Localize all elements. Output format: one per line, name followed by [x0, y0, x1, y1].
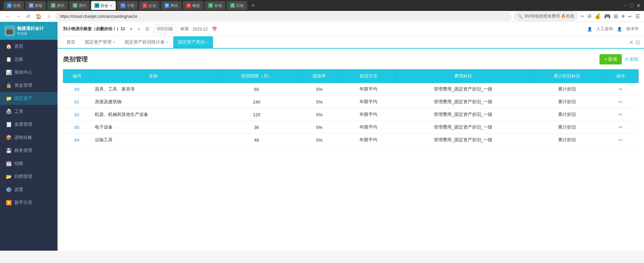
tab-icon-7: C: [142, 3, 147, 8]
logo-icon: 💼: [4, 25, 15, 36]
expand-icon[interactable]: ▼: [129, 27, 133, 32]
cell-residual-0: 5%: [297, 83, 341, 96]
cell-months-3: 36: [216, 121, 297, 134]
cell-method-2: 年限平均: [342, 108, 395, 121]
browser-tab-4[interactable]: 易 易代: [69, 1, 90, 10]
cell-accumulated-2: 累计折旧: [531, 108, 603, 121]
sidebar-label-payroll: 工资: [14, 108, 23, 115]
edit-button-4[interactable]: ✏: [619, 137, 623, 143]
forward-button[interactable]: →: [14, 13, 22, 20]
cell-method-3: 年限平均: [342, 121, 395, 134]
edit-button-2[interactable]: ✏: [619, 112, 623, 117]
tab-close-depreciation-table[interactable]: ×: [166, 40, 168, 44]
tab-close-fixed-assets-mgmt[interactable]: ×: [113, 40, 115, 44]
minimize-button[interactable]: －: [622, 2, 627, 9]
edit-button-0[interactable]: ✏: [619, 86, 623, 92]
home-icon: 🏠: [5, 44, 12, 49]
calendar-icon[interactable]: 📅: [212, 27, 217, 32]
sidebar-item-closing[interactable]: 🗓️ 结账: [0, 157, 58, 170]
col-action: 操作: [603, 70, 639, 83]
sidebar-item-payroll[interactable]: 🖨️ 工资: [0, 105, 58, 118]
address-input[interactable]: https://cloud.chanjet.com/accounting/uw1…: [55, 12, 511, 21]
cell-code-3[interactable]: 05: [63, 121, 91, 134]
col-code: 编号: [63, 70, 91, 83]
cell-code-2[interactable]: 02: [63, 108, 91, 121]
bookmark-button[interactable]: ☆: [46, 13, 53, 20]
tab-label-2: 新版: [35, 3, 42, 8]
settings-gear-icon[interactable]: ⚙: [145, 26, 150, 32]
sidebar-item-reports[interactable]: 📊 报表中心: [0, 66, 58, 79]
sidebar-item-guide[interactable]: ▶️ 新手引导: [0, 196, 58, 209]
sidebar-item-inventory[interactable]: 📦 进销台账: [0, 131, 58, 144]
maximize-button[interactable]: □: [630, 2, 633, 9]
browser-tab-5[interactable]: 好 好会 ✕: [91, 1, 116, 10]
sidebar-item-settings[interactable]: ⚙️ 设置: [0, 183, 58, 196]
browser-tab-3[interactable]: 易 易代: [47, 1, 68, 10]
browser-tab-6[interactable]: 个 个税: [117, 1, 138, 10]
browser-tabs-bar: 在 在线 新 新版 易 易代 易 易代 好 好会 ✕ 个 个税 C 企业 腾 腾…: [0, 0, 644, 11]
browser-tab-2[interactable]: 新 新版: [25, 1, 46, 10]
sidebar: 💼 畅捷通好会计 专业版 🏠 首页 📋 总账 📊 报表中心 🔒 资金管理 📁 固…: [0, 22, 58, 251]
search-bar[interactable]: 🔍 360智能抠图免费用 🔥热搜: [514, 12, 578, 21]
close-button[interactable]: ✕: [636, 2, 641, 9]
table-header-row: 编号 名称 使用期限（月） 残值率 折旧方法 费用科目 累计折旧科目 操作: [63, 70, 639, 83]
edit-button-3[interactable]: ✏: [619, 124, 623, 130]
new-tab-button[interactable]: +: [249, 2, 258, 9]
tab-close-5[interactable]: ✕: [110, 4, 112, 8]
sidebar-label-funds: 资金管理: [14, 82, 32, 88]
sidebar-item-funds[interactable]: 🔒 资金管理: [0, 79, 58, 92]
switch-version-button[interactable]: 切到旧版: [154, 25, 176, 33]
tab-label-1: 在线: [13, 3, 21, 8]
browser-tab-11[interactable]: 目 目前: [227, 1, 247, 10]
col-accumulated: 累计折旧科目: [531, 70, 603, 83]
add-button[interactable]: + 新增: [599, 54, 622, 64]
archive-icon: 📂: [5, 174, 12, 179]
tab-category[interactable]: 固定资产类别 ×: [173, 36, 213, 48]
sidebar-item-fixed-assets[interactable]: 📁 固定资产: [0, 92, 58, 105]
browser-tab-7[interactable]: C 企业: [139, 1, 160, 10]
tab-home-label: 首页: [66, 39, 75, 45]
tab-fixed-assets-mgmt[interactable]: 固定资产管理 ×: [80, 36, 120, 48]
browser-tab-10[interactable]: 各 各地: [205, 1, 225, 10]
tab-window-close-icon[interactable]: ✕: [629, 39, 633, 46]
cell-residual-4: 5%: [297, 134, 341, 146]
game-icon[interactable]: 🎮: [604, 13, 611, 20]
wallet-icon[interactable]: 💰: [594, 13, 601, 20]
undo-icon[interactable]: ↩: [628, 14, 632, 19]
tab-depreciation-table[interactable]: 固定资产折旧统计表 ×: [120, 36, 173, 48]
cell-code-1[interactable]: 01: [63, 96, 91, 108]
scissors-icon[interactable]: ✂: [581, 14, 584, 19]
cell-accumulated-0: 累计折旧: [531, 83, 603, 96]
menu-icon[interactable]: ☰: [635, 13, 640, 20]
grid-icon[interactable]: ⊞: [614, 13, 618, 20]
header-actions: + 新增 ↺ 刷新: [599, 54, 639, 64]
home-button[interactable]: 🏠: [34, 13, 43, 20]
reload-button[interactable]: ↺: [25, 13, 31, 20]
sidebar-item-ledger[interactable]: 📋 总账: [0, 53, 58, 66]
period-label: 账期: [180, 26, 189, 32]
tab-icon-2: 新: [29, 3, 34, 8]
tab-window-expand-icon[interactable]: ⊡: [635, 39, 640, 46]
refresh-button[interactable]: ↺ 刷新: [624, 56, 639, 62]
tab-label-3: 易代: [57, 3, 64, 8]
browser-tab-9[interactable]: M 畅提: [183, 1, 203, 10]
cell-name-2: 机器、机械和其他生产设备: [91, 108, 216, 121]
tab-label-11: 目前: [236, 3, 244, 8]
brightness-icon[interactable]: ☀: [621, 13, 626, 20]
translate-icon[interactable]: 译: [587, 13, 592, 20]
tab-home[interactable]: 首页: [62, 36, 80, 48]
browser-tab-8[interactable]: 腾 腾讯: [161, 1, 181, 10]
edit-button-1[interactable]: ✏: [619, 99, 623, 105]
consult-label[interactable]: 人工咨询: [596, 26, 613, 32]
back-button[interactable]: ←: [4, 13, 12, 20]
cell-action-1: ✏: [603, 96, 639, 108]
cell-code-4[interactable]: 04: [63, 134, 91, 146]
sidebar-item-tax[interactable]: 💾 税务管理: [0, 144, 58, 157]
browser-tab-1[interactable]: 在 在线: [3, 1, 24, 10]
sidebar-item-invoice[interactable]: 🧾 发票管理: [0, 118, 58, 131]
sidebar-item-home[interactable]: 🏠 首页: [0, 40, 58, 53]
sidebar-item-archive[interactable]: 📂 归档管理: [0, 170, 58, 183]
tab-close-category[interactable]: ×: [206, 40, 208, 44]
cell-code-0[interactable]: 03: [63, 83, 91, 96]
add-company-button[interactable]: +: [137, 26, 140, 32]
